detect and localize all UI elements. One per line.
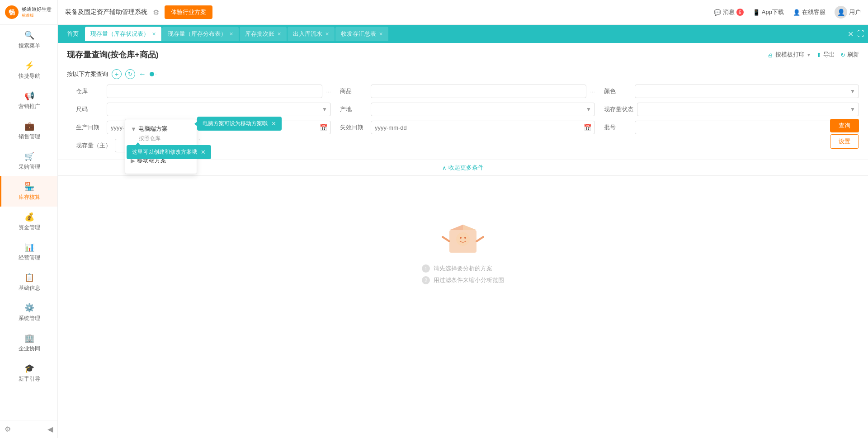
sidebar-item-quicknav[interactable]: ⚡ 快捷导航 (0, 55, 57, 85)
size-select[interactable] (107, 103, 331, 116)
sidebar-item-enterprise[interactable]: 🏢 企业协同 (0, 328, 57, 358)
sidebar-item-finance[interactable]: 💰 资金管理 (0, 207, 57, 237)
export-btn[interactable]: ⬆ 导出 (816, 51, 835, 59)
sales-icon: 💼 (24, 121, 34, 131)
desktop-scheme-label: 电脑端方案 (138, 125, 168, 133)
inventory-icon: 🏪 (24, 182, 34, 192)
basics-icon: 📋 (24, 273, 34, 283)
sidebar-item-basics[interactable]: 📋 基础信息 (0, 267, 57, 297)
tab-in-out-flow-close[interactable]: ✕ (325, 31, 329, 37)
expiry-date-calendar-icon[interactable]: 📅 (584, 124, 591, 131)
print-icon: 🖨 (768, 52, 774, 58)
tab-inventory-status[interactable]: 现存量（库存状况表） ✕ (85, 27, 161, 41)
operations-icon: 📊 (24, 242, 34, 252)
origin-select[interactable] (371, 103, 595, 116)
message-badge: 6 (736, 9, 744, 16)
origin-select-wrap: ▼ (371, 103, 595, 116)
scheme-selector-wrap: ▼ 电脑端方案 按照仓库 按商品 ▶ 移动端方案 (67, 85, 859, 152)
phone-icon: 📱 (753, 9, 760, 16)
tab-fullscreen-icon[interactable]: ⛶ (857, 30, 864, 38)
query-btn[interactable]: 查询 (830, 119, 859, 132)
filter-row-2: 尺码 ▼ 产地 ▼ (76, 103, 859, 116)
tab-in-out-flow[interactable]: 出入库流水 ✕ (288, 27, 335, 41)
product-dots[interactable]: ··· (590, 88, 595, 95)
prev-scheme-arrow[interactable]: ← (139, 70, 146, 78)
edit-tooltip-close[interactable]: ✕ (201, 149, 206, 155)
main-area: 装备及固定资产辅助管理系统 ⚙ 体验行业方案 💬 消息 6 📱 App下载 👤 … (58, 0, 868, 438)
refresh-btn[interactable]: ↻ 刷新 (840, 51, 859, 59)
tab-inventory-status-label: 现存量（库存状况表） (90, 30, 149, 38)
sidebar-item-search[interactable]: 🔍 搜索菜单 (0, 25, 57, 55)
query-btn-group: 查询 设置 (830, 119, 859, 149)
print-dropdown-icon: ▼ (807, 52, 811, 57)
sidebar-item-basics-label: 基础信息 (19, 284, 40, 292)
refresh-label: 刷新 (847, 51, 859, 59)
tab-batch-accounts-close[interactable]: ✕ (277, 31, 281, 37)
expiry-date-input[interactable] (371, 121, 595, 134)
scheme-tooltip: 电脑方案可设为移动方案哦 ✕ (197, 117, 282, 131)
warehouse-input[interactable] (107, 85, 322, 98)
batch-input[interactable] (635, 121, 859, 134)
origin-label: 产地 (340, 105, 367, 113)
sidebar-item-inventory[interactable]: 🏪 库存核算 (0, 176, 57, 207)
filter-title: 按以下方案查询 (67, 70, 108, 78)
tab-inventory-dist[interactable]: 现存量（库存分布表） ✕ (162, 27, 239, 41)
header-settings-icon[interactable]: ⚙ (153, 8, 159, 17)
sidebar-item-operations[interactable]: 📊 经营管理 (0, 237, 57, 267)
sidebar-item-sales[interactable]: 💼 销售管理 (0, 116, 57, 146)
content-area: 现存量查询(按仓库+商品) 🖨 按模板打印 ▼ ⬆ 导出 ↻ 刷新 (58, 43, 868, 438)
scheme-tree-desktop[interactable]: ▼ 电脑端方案 (125, 123, 197, 135)
empty-step-1: 1 请先选择要分析的方案 (422, 264, 504, 273)
filter-color: 颜色 ▼ (604, 85, 859, 98)
svg-point-7 (464, 237, 466, 239)
sidebar-item-purchase[interactable]: 🛒 采购管理 (0, 146, 57, 176)
tab-collect-summary[interactable]: 收发存汇总表 ✕ (335, 27, 388, 41)
stock-main-label: 现存量（主） (76, 141, 111, 150)
svg-line-8 (443, 237, 449, 241)
tab-inventory-status-close[interactable]: ✕ (152, 31, 156, 37)
settings-btn[interactable]: 设置 (830, 134, 859, 149)
color-select[interactable] (635, 85, 859, 98)
sidebar-item-purchase-label: 采购管理 (19, 163, 40, 171)
desktop-tree-arrow[interactable]: ▼ (131, 126, 137, 132)
settings-bottom-icon[interactable]: ⚙ (5, 425, 11, 433)
production-date-calendar-icon[interactable]: 📅 (320, 124, 327, 131)
tab-collect-summary-close[interactable]: ✕ (379, 31, 383, 37)
user-label: 用户 (849, 8, 861, 16)
tab-home[interactable]: 首页 (61, 27, 84, 41)
step-2-text: 用过滤条件来缩小分析范围 (434, 276, 504, 284)
sidebar-item-sales-label: 销售管理 (19, 133, 40, 141)
size-select-wrap: ▼ (107, 103, 331, 116)
sidebar-item-marketing[interactable]: 📢 营销推广 (0, 85, 57, 116)
export-label: 导出 (823, 51, 835, 59)
scheme-by-warehouse[interactable]: 按照仓库 (125, 135, 197, 142)
user-item[interactable]: 👤 用户 (835, 6, 861, 19)
industry-btn[interactable]: 体验行业方案 (165, 5, 212, 19)
stock-status-select[interactable] (637, 103, 859, 116)
message-item[interactable]: 💬 消息 6 (714, 8, 744, 16)
size-label: 尺码 (76, 105, 103, 113)
online-service-item[interactable]: 👤 在线客服 (793, 8, 826, 16)
tab-batch-accounts[interactable]: 库存批次账 ✕ (240, 27, 287, 41)
tab-close-all-icon[interactable]: ✕ (848, 30, 854, 38)
header-left: 装备及固定资产辅助管理系统 ⚙ 体验行业方案 (65, 5, 212, 19)
step-1-num: 1 (422, 264, 430, 273)
tab-bar: 首页 现存量（库存状况表） ✕ 现存量（库存分布表） ✕ 库存批次账 ✕ 出入库… (58, 25, 868, 43)
add-scheme-btn[interactable]: + (112, 69, 122, 79)
app-download-item[interactable]: 📱 App下载 (753, 8, 784, 16)
svg-point-5 (456, 232, 470, 246)
tab-inventory-dist-close[interactable]: ✕ (229, 31, 233, 37)
template-print-btn[interactable]: 🖨 按模板打印 ▼ (768, 51, 811, 59)
online-service-label: 在线客服 (802, 8, 826, 16)
product-input[interactable] (371, 85, 586, 98)
message-label: 消息 (723, 8, 735, 16)
scheme-tooltip-close[interactable]: ✕ (271, 120, 276, 127)
sidebar-item-system[interactable]: ⚙️ 系统管理 (0, 297, 57, 328)
warehouse-dots[interactable]: ··· (326, 88, 331, 95)
sidebar-item-guide[interactable]: 🎓 新手引导 (0, 358, 57, 388)
tab-inventory-dist-label: 现存量（库存分布表） (168, 30, 226, 38)
refresh-scheme-btn[interactable]: ↻ (125, 69, 135, 79)
collapse-sidebar-icon[interactable]: ◀ (47, 425, 53, 433)
filter-expiry-date: 失效日期 📅 (340, 121, 595, 134)
marketing-icon: 📢 (24, 91, 34, 101)
